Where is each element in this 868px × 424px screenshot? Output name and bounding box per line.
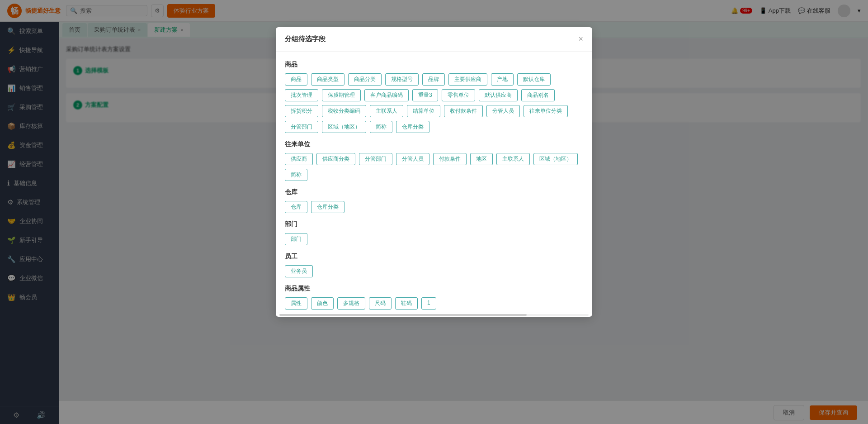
field-chip-分管部门[interactable]: 分管部门 <box>359 153 392 165</box>
fields-grid-product: 商品商品类型商品分类规格型号品牌主要供应商产地默认仓库批次管理保质期管理客户商品… <box>285 73 583 133</box>
field-chip-产地[interactable]: 产地 <box>491 73 514 86</box>
section-title-department: 部门 <box>285 220 583 229</box>
field-chip-重量3[interactable]: 重量3 <box>412 89 438 101</box>
fields-grid-product_attr: 属性颜色多规格尺码鞋码1 <box>285 297 583 310</box>
section-title-partner: 往来单位 <box>285 140 583 148</box>
field-chip-主要供应商[interactable]: 主要供应商 <box>448 73 487 86</box>
field-chip-规格型号[interactable]: 规格型号 <box>385 73 419 86</box>
field-chip-业务员[interactable]: 业务员 <box>285 265 313 277</box>
field-chip-结算单位[interactable]: 结算单位 <box>407 105 440 117</box>
section-title-product: 商品 <box>285 61 583 69</box>
field-chip-收付款条件[interactable]: 收付款条件 <box>444 105 483 117</box>
field-chip-颜色[interactable]: 颜色 <box>311 297 334 310</box>
modal-horizontal-scrollbar[interactable] <box>276 313 592 317</box>
modal: 分组待选字段 × 商品商品商品类型商品分类规格型号品牌主要供应商产地默认仓库批次… <box>276 27 592 317</box>
hscroll-thumb[interactable] <box>279 314 527 316</box>
field-chip-供应商[interactable]: 供应商 <box>285 153 313 165</box>
field-chip-商品别名[interactable]: 商品别名 <box>521 89 555 101</box>
fields-grid-warehouse: 仓库仓库分类 <box>285 201 583 213</box>
field-chip-简称[interactable]: 简称 <box>370 121 392 133</box>
field-chip-分管部门[interactable]: 分管部门 <box>285 121 318 133</box>
field-chip-分管人员[interactable]: 分管人员 <box>396 153 429 165</box>
field-chip-商品[interactable]: 商品 <box>285 73 307 86</box>
field-chip-默认仓库[interactable]: 默认仓库 <box>517 73 551 86</box>
field-chip-批次管理[interactable]: 批次管理 <box>285 89 318 101</box>
modal-title: 分组待选字段 <box>285 35 326 43</box>
field-chip-仓库分类[interactable]: 仓库分类 <box>396 121 429 133</box>
field-chip-部门[interactable]: 部门 <box>285 233 307 245</box>
field-chip-尺码[interactable]: 尺码 <box>369 297 392 310</box>
fields-grid-employee: 业务员 <box>285 265 583 277</box>
field-chip-鞋码[interactable]: 鞋码 <box>395 297 418 310</box>
fields-grid-department: 部门 <box>285 233 583 245</box>
field-chip-主联系人[interactable]: 主联系人 <box>496 153 530 165</box>
modal-overlay: 分组待选字段 × 商品商品商品类型商品分类规格型号品牌主要供应商产地默认仓库批次… <box>0 0 868 424</box>
section-title-employee: 员工 <box>285 252 583 261</box>
field-chip-1[interactable]: 1 <box>421 297 436 310</box>
section-title-product_attr: 商品属性 <box>285 285 583 293</box>
field-chip-分管人员[interactable]: 分管人员 <box>486 105 520 117</box>
field-chip-地区[interactable]: 地区 <box>470 153 493 165</box>
field-chip-仓库分类[interactable]: 仓库分类 <box>311 201 344 213</box>
field-chip-保质期管理[interactable]: 保质期管理 <box>322 89 361 101</box>
field-chip-区域（地区）[interactable]: 区域（地区） <box>322 121 366 133</box>
modal-body[interactable]: 商品商品商品类型商品分类规格型号品牌主要供应商产地默认仓库批次管理保质期管理客户… <box>276 52 592 313</box>
field-chip-商品类型[interactable]: 商品类型 <box>311 73 344 86</box>
field-chip-区域（地区）[interactable]: 区域（地区） <box>533 153 578 165</box>
field-chip-拆货积分[interactable]: 拆货积分 <box>285 105 318 117</box>
field-chip-主联系人[interactable]: 主联系人 <box>370 105 403 117</box>
field-chip-供应商分类[interactable]: 供应商分类 <box>316 153 355 165</box>
modal-header: 分组待选字段 × <box>276 27 592 52</box>
field-chip-往来单位分类[interactable]: 往来单位分类 <box>524 105 568 117</box>
field-chip-多规格[interactable]: 多规格 <box>337 297 365 310</box>
field-chip-简称[interactable]: 简称 <box>285 169 307 181</box>
field-chip-付款条件[interactable]: 付款条件 <box>433 153 467 165</box>
field-chip-税收分类编码[interactable]: 税收分类编码 <box>322 105 366 117</box>
field-chip-客户商品编码[interactable]: 客户商品编码 <box>364 89 409 101</box>
field-chip-零售单位[interactable]: 零售单位 <box>442 89 475 101</box>
fields-grid-partner: 供应商供应商分类分管部门分管人员付款条件地区主联系人区域（地区）简称 <box>285 153 583 181</box>
field-chip-商品分类[interactable]: 商品分类 <box>348 73 382 86</box>
field-chip-仓库[interactable]: 仓库 <box>285 201 307 213</box>
field-chip-属性[interactable]: 属性 <box>285 297 307 310</box>
field-chip-默认供应商[interactable]: 默认供应商 <box>479 89 518 101</box>
modal-close-button[interactable]: × <box>578 34 583 44</box>
hscroll-track <box>279 314 589 316</box>
section-title-warehouse: 仓库 <box>285 188 583 196</box>
field-chip-品牌[interactable]: 品牌 <box>422 73 445 86</box>
